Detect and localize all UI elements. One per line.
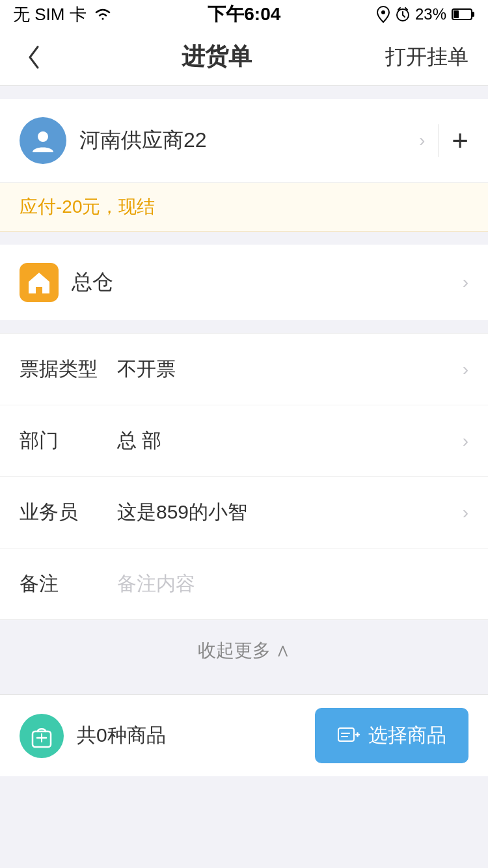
status-bar: 无 SIM 卡 下午6:04 23% xyxy=(0,0,488,29)
collapse-row[interactable]: 收起更多 ∧ xyxy=(0,619,488,681)
section-gap-2 xyxy=(0,232,488,245)
warehouse-chevron-icon: › xyxy=(463,272,468,293)
product-bag-icon xyxy=(20,714,64,758)
svg-rect-5 xyxy=(454,10,459,18)
alarm-icon xyxy=(396,7,410,22)
back-button[interactable] xyxy=(20,38,48,77)
nav-bar: 进货单 打开挂单 xyxy=(0,29,488,86)
battery-text: 23% xyxy=(415,5,446,23)
status-right: 23% xyxy=(376,5,475,23)
status-time: 下午6:04 xyxy=(208,2,280,27)
no-sim-text: 无 SIM 卡 xyxy=(13,3,87,26)
add-supplier-button[interactable]: + xyxy=(438,124,468,157)
note-input[interactable]: 备注内容 xyxy=(104,571,468,597)
supplier-avatar xyxy=(20,117,66,164)
invoice-value: 不开票 xyxy=(104,356,463,383)
warehouse-name: 总仓 xyxy=(72,268,463,297)
warehouse-card: 总仓 › xyxy=(0,245,488,320)
person-icon xyxy=(29,126,57,155)
wifi-icon xyxy=(93,7,113,21)
staff-chevron-icon: › xyxy=(463,502,468,523)
supplier-row: 河南供应商22 › + xyxy=(0,99,488,183)
open-pending-button[interactable]: 打开挂单 xyxy=(385,43,468,72)
supplier-name[interactable]: 河南供应商22 xyxy=(79,126,419,155)
house-icon xyxy=(26,270,52,295)
battery-icon xyxy=(452,8,475,21)
bottom-bar: 共0种商品 选择商品 xyxy=(0,694,488,776)
warehouse-row[interactable]: 总仓 › xyxy=(0,245,488,320)
staff-value: 这是859的小智 xyxy=(104,499,463,526)
select-icon xyxy=(337,726,360,746)
staff-row[interactable]: 业务员 这是859的小智 › xyxy=(0,476,488,548)
invoice-chevron-icon: › xyxy=(463,359,468,380)
product-count-label: 共0种商品 xyxy=(77,722,315,749)
location-icon xyxy=(376,6,390,23)
supplier-chevron-icon: › xyxy=(419,130,425,151)
note-label: 备注 xyxy=(20,571,104,597)
note-row: 备注 备注内容 xyxy=(0,548,488,619)
status-left: 无 SIM 卡 xyxy=(13,3,113,26)
staff-label: 业务员 xyxy=(20,499,104,526)
supplier-card: 河南供应商22 › + 应付-20元，现结 xyxy=(0,99,488,232)
section-gap-1 xyxy=(0,86,488,99)
svg-point-7 xyxy=(38,131,48,142)
svg-point-0 xyxy=(381,10,385,14)
dept-chevron-icon: › xyxy=(463,431,468,452)
bag-icon xyxy=(29,724,55,748)
select-product-label: 选择商品 xyxy=(368,722,446,749)
notice-text: 应付-20元，现结 xyxy=(20,197,155,217)
warehouse-icon xyxy=(20,263,59,302)
page-title: 进货单 xyxy=(182,41,252,73)
svg-line-3 xyxy=(403,15,405,17)
select-product-button[interactable]: 选择商品 xyxy=(315,708,468,763)
svg-rect-6 xyxy=(472,12,474,17)
section-gap-3 xyxy=(0,320,488,333)
form-card: 票据类型 不开票 › 部门 总 部 › 业务员 这是859的小智 › 备注 备注… xyxy=(0,333,488,619)
notice-bar: 应付-20元，现结 xyxy=(0,183,488,232)
collapse-label: 收起更多 ∧ xyxy=(198,638,291,663)
invoice-label: 票据类型 xyxy=(20,356,104,383)
dept-row[interactable]: 部门 总 部 › xyxy=(0,405,488,476)
dept-value: 总 部 xyxy=(104,427,463,454)
svg-rect-11 xyxy=(338,728,354,741)
dept-label: 部门 xyxy=(20,427,104,454)
invoice-row[interactable]: 票据类型 不开票 › xyxy=(0,333,488,405)
